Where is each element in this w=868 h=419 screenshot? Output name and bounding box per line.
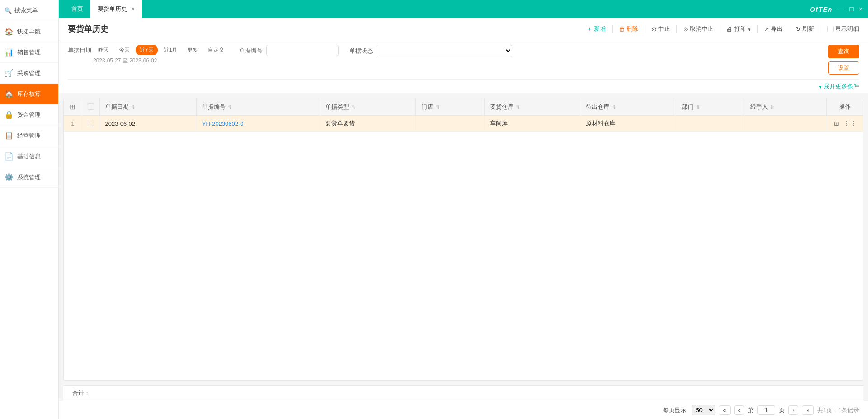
expand-label: 展开更多条件: [824, 82, 859, 90]
query-button[interactable]: 查询: [828, 45, 859, 58]
tab-close-icon[interactable]: ×: [132, 6, 135, 12]
per-page-select[interactable]: 50 100: [692, 405, 715, 415]
divider-1: [612, 25, 613, 33]
date-btn-7days[interactable]: 近7天: [136, 45, 158, 55]
date-btn-1month[interactable]: 近1月: [160, 45, 182, 55]
col-date-header: 单据日期 ⇅: [99, 98, 196, 116]
col-handler-sort-icon[interactable]: ⇅: [770, 105, 774, 110]
first-page-button[interactable]: «: [719, 405, 730, 415]
col-req-warehouse-label: 要货仓库: [490, 103, 514, 110]
divider-3: [676, 25, 677, 33]
settings-button[interactable]: 设置: [828, 61, 859, 75]
date-btn-custom[interactable]: 自定义: [204, 45, 228, 55]
col-handler-label: 经手人: [750, 103, 768, 110]
sidebar-item-quick-nav[interactable]: 🏠 快捷导航: [0, 21, 58, 42]
divider-2: [645, 25, 645, 33]
tab-home-label: 首页: [71, 5, 83, 13]
print-icon: 🖨: [726, 26, 732, 33]
display-detail-check-icon: [827, 26, 834, 32]
sidebar-search-label: 搜索菜单: [14, 6, 38, 14]
col-config[interactable]: ⊞: [64, 98, 82, 116]
doc-status-filter-group: 单据状态: [349, 45, 817, 57]
col-store-sort-icon[interactable]: ⇅: [436, 105, 439, 110]
doc-no-input[interactable]: [266, 45, 339, 56]
row-pending-warehouse-cell: 原材料仓库: [580, 116, 676, 132]
delete-button[interactable]: 🗑 删除: [619, 25, 638, 33]
doc-no-filter-group: 单据编号: [239, 45, 339, 56]
add-button[interactable]: ＋ 新增: [586, 25, 606, 33]
basic-icon: 📄: [5, 152, 14, 161]
col-type-sort-icon[interactable]: ⇅: [352, 105, 355, 110]
col-dept-header: 部门 ⇅: [676, 98, 745, 116]
row-check-cell[interactable]: [82, 116, 99, 132]
col-no-sort-icon[interactable]: ⇅: [228, 105, 231, 110]
row-doc-no-link[interactable]: YH-20230602-0: [202, 120, 244, 127]
print-button[interactable]: 🖨 打印 ▾: [726, 25, 751, 33]
date-filter-buttons: 昨天 今天 近7天 近1月 更多 自定义: [94, 45, 228, 55]
sidebar-item-sales[interactable]: 📊 销售管理: [0, 42, 58, 63]
row-no-cell[interactable]: YH-20230602-0: [196, 116, 320, 132]
row-handler-cell: [745, 116, 827, 132]
sidebar-item-basic[interactable]: 📄 基础信息: [0, 146, 58, 167]
page-suffix: 页: [779, 406, 785, 414]
col-req-warehouse-header: 要货仓库 ⇅: [484, 98, 580, 116]
home-icon: 🏠: [5, 27, 14, 36]
minimize-button[interactable]: —: [838, 5, 844, 13]
refresh-button[interactable]: ↻ 刷新: [796, 25, 814, 33]
filter-expand-row: ▾ 展开更多条件: [68, 79, 859, 93]
sidebar-search[interactable]: 🔍 搜索菜单: [0, 0, 58, 21]
doc-status-label: 单据状态: [349, 47, 373, 55]
per-page-label: 每页显示: [663, 406, 686, 414]
maximize-button[interactable]: □: [849, 5, 853, 13]
col-dept-sort-icon[interactable]: ⇅: [696, 105, 700, 110]
date-btn-today[interactable]: 今天: [115, 45, 134, 55]
display-detail-checkbox[interactable]: 显示明细: [827, 25, 859, 33]
col-req-warehouse-sort-icon[interactable]: ⇅: [516, 105, 519, 110]
row-more-icon[interactable]: ⋮⋮: [844, 120, 856, 127]
page-content: 要货单历史 ＋ 新增 🗑 删除 ⊘ 中止 ⊘: [59, 18, 868, 419]
export-button[interactable]: ↗ 导出: [764, 25, 783, 33]
doc-status-select[interactable]: [377, 45, 512, 57]
sidebar-item-purchase[interactable]: 🛒 采购管理: [0, 63, 58, 84]
col-checkbox-header[interactable]: [82, 98, 99, 116]
cancel-stop-label: 取消中止: [690, 25, 713, 33]
delete-label: 删除: [627, 25, 638, 33]
print-arrow: ▾: [748, 26, 751, 33]
filter-row1: 单据日期 昨天 今天 近7天 近1月 更多 自定义 2023-05-27 至 2…: [68, 45, 859, 79]
col-dept-label: 部门: [682, 103, 693, 110]
date-btn-yesterday[interactable]: 昨天: [94, 45, 113, 55]
tab-requisition-history[interactable]: 要货单历史 ×: [90, 0, 142, 18]
expand-more-button[interactable]: ▾ 展开更多条件: [819, 82, 859, 90]
sidebar-label-sales: 销售管理: [17, 48, 41, 57]
data-table: ⊞ 单据日期 ⇅ 单据编号 ⇅: [64, 98, 863, 132]
search-icon: 🔍: [5, 7, 12, 14]
sidebar-item-finance[interactable]: 🔒 资金管理: [0, 105, 58, 125]
col-pending-warehouse-sort-icon[interactable]: ⇅: [612, 105, 616, 110]
date-btn-more[interactable]: 更多: [183, 45, 202, 55]
column-config-icon[interactable]: ⊞: [70, 103, 75, 110]
row-checkbox[interactable]: [88, 120, 94, 126]
sidebar-item-inventory[interactable]: 🏠 库存核算: [0, 84, 58, 105]
table-footer: 合计：: [63, 385, 863, 401]
stop-button[interactable]: ⊘ 中止: [651, 25, 670, 33]
next-page-button[interactable]: ›: [788, 405, 798, 415]
prev-page-button[interactable]: ‹: [734, 405, 744, 415]
sidebar-label-finance: 资金管理: [17, 111, 41, 119]
row-edit-icon[interactable]: ⊞: [834, 120, 839, 127]
cancel-stop-button[interactable]: ⊘ 取消中止: [683, 25, 713, 33]
topbar: 首页 要货单历史 × OfTEn — □ ×: [59, 0, 868, 18]
sidebar-item-ops[interactable]: 📋 经营管理: [0, 125, 58, 146]
close-button[interactable]: ×: [859, 5, 863, 13]
sidebar-item-system[interactable]: ⚙️ 系统管理: [0, 167, 58, 188]
tab-requisition-label: 要货单历史: [98, 5, 127, 13]
sidebar-label-ops: 经营管理: [17, 132, 41, 140]
select-all-checkbox[interactable]: [88, 103, 94, 110]
export-label: 导出: [771, 25, 783, 33]
last-page-button[interactable]: »: [802, 405, 813, 415]
col-date-sort-icon[interactable]: ⇅: [131, 105, 135, 110]
delete-icon: 🗑: [619, 26, 625, 33]
tab-home[interactable]: 首页: [64, 0, 90, 18]
current-page-input[interactable]: [757, 405, 775, 415]
row-store-cell: [416, 116, 484, 132]
stop-label: 中止: [658, 25, 670, 33]
